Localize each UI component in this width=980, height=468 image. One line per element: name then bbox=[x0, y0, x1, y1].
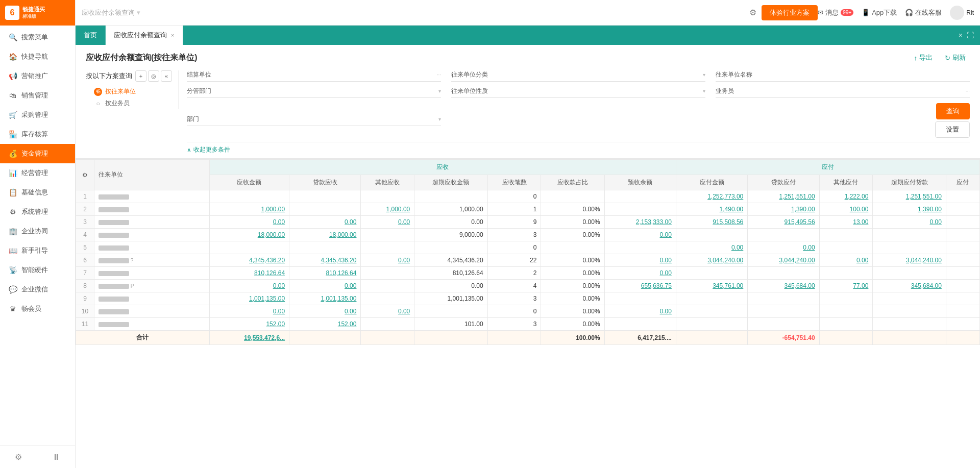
recv-ratio: 0.00% bbox=[541, 203, 604, 216]
pay-loan[interactable]: 1,251,551.00 bbox=[748, 190, 819, 203]
query-button[interactable]: 查询 bbox=[936, 103, 970, 119]
recv-other[interactable]: 1,000.00 bbox=[361, 203, 414, 216]
col-settings-header[interactable]: ⚙ bbox=[76, 160, 94, 190]
add-scheme-icon[interactable]: + bbox=[135, 70, 146, 82]
pay-amt[interactable]: 1,252,773.00 bbox=[676, 190, 747, 203]
tab-home[interactable]: 首页 bbox=[76, 26, 106, 45]
pay-other[interactable]: 0.00 bbox=[819, 254, 873, 267]
page-title: 应收应付余额查询(按往来单位) bbox=[86, 53, 198, 63]
partner-name bbox=[94, 203, 210, 216]
recv-amt[interactable]: 152.00 bbox=[209, 318, 289, 331]
message-button[interactable]: ✉ 消息 99+ bbox=[818, 8, 853, 17]
prepay[interactable]: 0.00 bbox=[604, 254, 676, 267]
prepay[interactable]: 2,153,333.00 bbox=[604, 216, 676, 229]
settings-bottom-icon[interactable]: ⚙ bbox=[11, 450, 26, 464]
recv-loan[interactable]: 18,000.00 bbox=[289, 229, 361, 241]
online-service-button[interactable]: 🎧 在线客服 bbox=[905, 8, 942, 17]
pay-amt[interactable]: 345,761.00 bbox=[676, 280, 747, 292]
sidebar-item-system[interactable]: ⚙ 系统管理 bbox=[0, 202, 75, 221]
recv-other[interactable]: 0.00 bbox=[361, 254, 414, 267]
prepay[interactable]: 0.00 bbox=[604, 229, 676, 241]
pay-loan[interactable]: 3,044,240.00 bbox=[748, 254, 819, 267]
recv-loan[interactable]: 0.00 bbox=[289, 216, 361, 229]
sidebar-item-finance[interactable]: 💰 资金管理 bbox=[0, 144, 75, 163]
recv-ratio: 0.00% bbox=[541, 318, 604, 331]
more-scheme-icon[interactable]: « bbox=[161, 70, 172, 82]
pay-loan[interactable]: 915,495.56 bbox=[748, 216, 819, 229]
sidebar-item-hardware[interactable]: 📡 智能硬件 bbox=[0, 260, 75, 280]
header-settings-icon[interactable]: ⚙ bbox=[749, 8, 756, 17]
pay-other[interactable]: 77.00 bbox=[819, 280, 873, 292]
recv-amt[interactable]: 0.00 bbox=[209, 216, 289, 229]
filter-area: 按以下方案查询 + ◎ « 畅 按往来单位 ○ 按业务员 bbox=[86, 70, 970, 158]
sidebar-item-purchase[interactable]: 🛒 采购管理 bbox=[0, 105, 75, 125]
prepay[interactable]: 655,636.75 bbox=[604, 280, 676, 292]
pay-other[interactable]: 13.00 bbox=[819, 216, 873, 229]
footer-recv-amt[interactable]: 19,553,472,6... bbox=[209, 331, 289, 345]
recv-overdue: 9,000.00 bbox=[414, 229, 487, 241]
sidebar-item-quick[interactable]: 🏠 快捷导航 bbox=[0, 47, 75, 66]
sidebar-item-search[interactable]: 🔍 搜索菜单 bbox=[0, 28, 75, 47]
group-payable-header: 应付 bbox=[676, 160, 979, 175]
pay-overdue[interactable]: 1,390.00 bbox=[873, 203, 946, 216]
recv-amt[interactable]: 0.00 bbox=[209, 280, 289, 292]
export-button[interactable]: ↑ 导出 bbox=[910, 51, 937, 64]
recv-loan[interactable]: 1,001,135.00 bbox=[289, 292, 361, 305]
recv-amt[interactable]: 18,000.00 bbox=[209, 229, 289, 241]
recv-loan[interactable]: 152.00 bbox=[289, 318, 361, 331]
pay-amt[interactable]: 3,044,240.00 bbox=[676, 254, 747, 267]
app-download-button[interactable]: 📱 App下载 bbox=[862, 8, 897, 17]
sidebar-item-member[interactable]: ♛ 畅会员 bbox=[0, 299, 75, 318]
pay-overdue[interactable]: 345,684.00 bbox=[873, 280, 946, 292]
filter-method-partner[interactable]: 畅 按往来单位 bbox=[86, 86, 172, 97]
pay-loan[interactable]: 345,684.00 bbox=[748, 280, 819, 292]
tab-expand-icon[interactable]: ⛶ bbox=[967, 31, 974, 39]
recv-amt[interactable]: 4,345,436.20 bbox=[209, 254, 289, 267]
pay-other[interactable]: 1,222.00 bbox=[819, 190, 873, 203]
filter-method-salesperson[interactable]: ○ 按业务员 bbox=[86, 97, 172, 109]
pay-amt[interactable]: 915,508.56 bbox=[676, 216, 747, 229]
sidebar-item-basic[interactable]: 📋 基础信息 bbox=[0, 183, 75, 202]
table-container[interactable]: ⚙ 往来单位 应收 应付 应收金额 贷款应收 其他应收 超期应收金额 应收笔数 … bbox=[76, 159, 980, 468]
pay-loan[interactable]: 1,390.00 bbox=[748, 203, 819, 216]
tab-close-icon[interactable]: × bbox=[171, 32, 174, 38]
recv-loan[interactable]: 0.00 bbox=[289, 305, 361, 318]
sidebar-item-wechat[interactable]: 💬 企业微信 bbox=[0, 280, 75, 299]
pay-overdue[interactable]: 0.00 bbox=[873, 216, 946, 229]
sidebar-item-operation[interactable]: 📊 经营管理 bbox=[0, 163, 75, 183]
refresh-button[interactable]: ↻ 刷新 bbox=[941, 51, 970, 64]
collapse-sidebar-icon[interactable]: ⏸ bbox=[48, 451, 64, 464]
recv-other[interactable]: 0.00 bbox=[361, 305, 414, 318]
pay-amt[interactable]: 1,490.00 bbox=[676, 203, 747, 216]
recv-amt[interactable]: 0.00 bbox=[209, 305, 289, 318]
recv-overdue bbox=[414, 190, 487, 203]
collapse-button[interactable]: ∧ 收起更多条件 bbox=[187, 145, 970, 154]
sidebar-item-enterprise[interactable]: 🏢 企业协同 bbox=[0, 221, 75, 241]
pay-loan[interactable]: 0.00 bbox=[748, 241, 819, 254]
pay-amt[interactable]: 0.00 bbox=[676, 241, 747, 254]
recv-other[interactable]: 0.00 bbox=[361, 216, 414, 229]
sidebar-item-guide[interactable]: 📖 新手引导 bbox=[0, 241, 75, 260]
recv-amt[interactable]: 810,126.64 bbox=[209, 267, 289, 280]
partner-name-input[interactable] bbox=[755, 71, 970, 79]
user-menu[interactable]: Rit bbox=[950, 6, 974, 20]
sidebar-item-sales[interactable]: 🛍 销售管理 bbox=[0, 86, 75, 105]
prepay[interactable]: 0.00 bbox=[604, 267, 676, 280]
recv-loan[interactable]: 4,345,436.20 bbox=[289, 254, 361, 267]
edit-scheme-icon[interactable]: ◎ bbox=[148, 70, 159, 82]
sidebar-item-inventory[interactable]: 🏪 库存核算 bbox=[0, 125, 75, 144]
tab-query[interactable]: 应收应付余额查询 × bbox=[106, 26, 183, 45]
pay-overdue[interactable]: 3,044,240.00 bbox=[873, 254, 946, 267]
pay-amt bbox=[676, 229, 747, 241]
settings-button[interactable]: 设置 bbox=[935, 121, 970, 138]
recv-amt[interactable]: 1,000.00 bbox=[209, 203, 289, 216]
pay-overdue[interactable]: 1,251,551.00 bbox=[873, 190, 946, 203]
recv-amt[interactable]: 1,001,135.00 bbox=[209, 292, 289, 305]
sidebar-item-marketing[interactable]: 📢 营销推广 bbox=[0, 66, 75, 86]
solution-button[interactable]: 体验行业方案 bbox=[762, 5, 818, 20]
recv-loan[interactable]: 810,126.64 bbox=[289, 267, 361, 280]
pay-other[interactable]: 100.00 bbox=[819, 203, 873, 216]
prepay[interactable]: 0.00 bbox=[604, 305, 676, 318]
recv-loan[interactable]: 0.00 bbox=[289, 280, 361, 292]
tab-close-all-icon[interactable]: × bbox=[959, 31, 963, 39]
